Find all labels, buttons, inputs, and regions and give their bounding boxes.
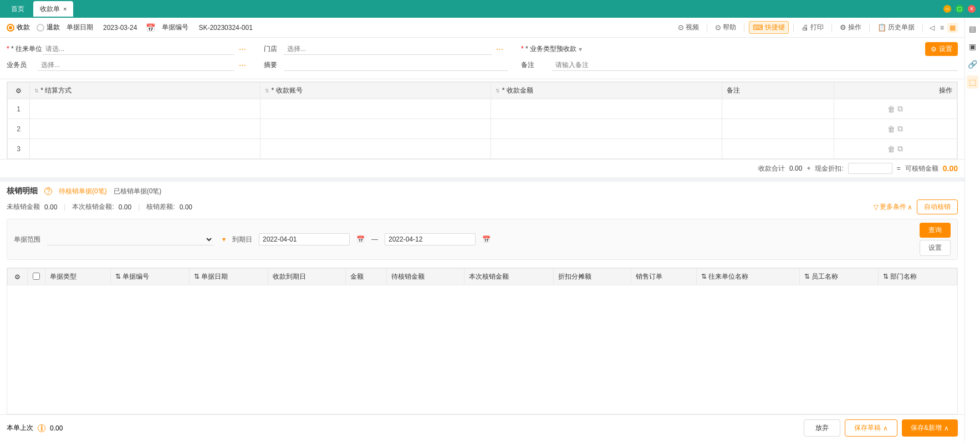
settings-button[interactable]: ⚙ 设置 xyxy=(925,42,958,56)
account-col-header[interactable]: ⇅ * 收款账号 xyxy=(261,83,491,99)
settlement-cell-1[interactable] xyxy=(30,99,261,119)
save-new-label: 保存&新增 xyxy=(911,423,942,433)
minimize-button[interactable]: − xyxy=(943,5,951,13)
video-button[interactable]: ⊙ 视频 xyxy=(675,22,702,33)
amount-col-header[interactable]: ⇅ * 收款金额 xyxy=(491,83,722,99)
history-button[interactable]: 📋 历史单据 xyxy=(874,22,918,33)
store-more-btn[interactable]: ··· xyxy=(496,44,503,54)
pending-amount-col-header[interactable]: 待核销金额 xyxy=(387,269,465,285)
save-new-button[interactable]: 保存&新增 ∧ xyxy=(902,419,958,437)
close-button[interactable]: × xyxy=(968,5,976,13)
more-conditions-label: 更多条件 xyxy=(880,202,906,212)
remark-input[interactable] xyxy=(552,59,958,71)
counterpart-input[interactable] xyxy=(42,43,234,55)
draft-button[interactable]: 保存草稿 ∧ xyxy=(845,419,897,437)
settlement-col-header[interactable]: ⇅ * 结算方式 xyxy=(30,83,261,99)
range-select[interactable] xyxy=(47,234,213,245)
amount-cell-2[interactable] xyxy=(491,119,722,139)
sidebar-link-icon[interactable]: 🔗 xyxy=(966,58,979,71)
receipt-date-col-header[interactable]: 收款到期日 xyxy=(268,269,346,285)
salesperson-input[interactable] xyxy=(38,59,234,71)
account-cell-1[interactable] xyxy=(261,99,491,119)
layout-prev[interactable]: ◁ xyxy=(927,23,937,33)
remark-cell-3[interactable] xyxy=(722,139,834,159)
tab-receipt-label: 收款单 xyxy=(40,4,60,14)
account-cell-2[interactable] xyxy=(261,119,491,139)
account-cell-3[interactable] xyxy=(261,139,491,159)
summary-field: 摘要 xyxy=(264,59,508,71)
copy-icon-2[interactable]: ⧉ xyxy=(897,124,903,134)
print-button[interactable]: 🖨 打印 xyxy=(798,22,827,33)
settlement-cell-3[interactable] xyxy=(30,139,261,159)
calendar-to-icon[interactable]: 📅 xyxy=(482,235,491,243)
delete-icon-3[interactable]: 🗑 xyxy=(887,145,895,153)
form-row-2: 业务员 ··· 摘要 备注 xyxy=(7,59,958,71)
layout-grid[interactable]: ▦ xyxy=(947,23,958,33)
amount-cell-3[interactable] xyxy=(491,139,722,159)
maximize-button[interactable]: □ xyxy=(956,5,963,13)
done-link[interactable]: 已核销单据(0笔) xyxy=(114,187,162,196)
number-field: 单据编号 SK-20230324-001 xyxy=(162,23,252,32)
range-chevron-icon[interactable]: ▾ xyxy=(222,235,226,243)
tab-receipt-close[interactable]: × xyxy=(63,6,67,12)
query-label: 查询 xyxy=(928,226,942,234)
carry-info-icon[interactable]: ℹ xyxy=(38,424,45,432)
radio-income[interactable]: 收款 xyxy=(7,23,30,32)
dept-col-header[interactable]: ⇅ 部门名称 xyxy=(878,269,957,285)
copy-icon-3[interactable]: ⧉ xyxy=(897,144,903,153)
date-to-input[interactable] xyxy=(385,233,476,245)
layout-list[interactable]: ≡ xyxy=(938,23,946,33)
chevron-up-icon: ∧ xyxy=(907,203,912,211)
settlement-cell-2[interactable] xyxy=(30,119,261,139)
sidebar-grid-icon[interactable]: ▣ xyxy=(967,40,978,53)
discard-button[interactable]: 放弃 xyxy=(804,419,840,437)
doc-number-col-header[interactable]: ⇅ 单据编号 xyxy=(110,269,189,285)
remark-cell-2[interactable] xyxy=(722,119,834,139)
nuclear-settings-button[interactable]: 设置 xyxy=(920,240,951,256)
remark-col-header[interactable]: 备注 xyxy=(722,83,834,99)
employee-col-header[interactable]: ⇅ 员工名称 xyxy=(799,269,878,285)
pending-link[interactable]: 待核销单据(0笔) xyxy=(59,187,107,196)
sidebar-table-icon[interactable]: ▤ xyxy=(967,22,978,35)
doc-date-col-header[interactable]: ⇅ 单据日期 xyxy=(190,269,268,285)
discount-input[interactable] xyxy=(848,163,892,174)
salesperson-more-btn[interactable]: ··· xyxy=(239,60,246,70)
sales-order-col-header[interactable]: 销售订单 xyxy=(631,269,697,285)
remark-cell-1[interactable] xyxy=(722,99,834,119)
counterpart-col-header[interactable]: ⇅ 往来单位名称 xyxy=(696,269,799,285)
gear-col-header[interactable]: ⚙ xyxy=(8,83,30,99)
calendar-from-icon[interactable]: 📅 xyxy=(356,235,365,243)
chevron-down-icon[interactable]: ▾ xyxy=(579,45,582,53)
amount-cell-1[interactable] xyxy=(491,99,722,119)
doc-type-col-header[interactable]: 单据类型 xyxy=(45,269,111,285)
summary-input[interactable] xyxy=(284,59,508,71)
shortcut-button[interactable]: ⌨ 快捷键 xyxy=(749,21,789,34)
amount-col-header2[interactable]: 金额 xyxy=(345,269,386,285)
help-button[interactable]: ⊙ 帮助 xyxy=(712,22,739,33)
discount-col-header[interactable]: 折扣分摊额 xyxy=(554,269,631,285)
radio-refund-label: 退款 xyxy=(47,23,60,32)
delete-icon-1[interactable]: 🗑 xyxy=(887,105,895,114)
counterpart-more-btn[interactable]: ··· xyxy=(239,44,246,54)
business-type-selector[interactable]: 预收款 ▾ xyxy=(557,44,925,54)
radio-refund[interactable]: 退款 xyxy=(37,23,60,32)
help-circle-icon[interactable]: ? xyxy=(44,187,52,195)
copy-icon-1[interactable]: ⧉ xyxy=(897,104,903,114)
store-input[interactable] xyxy=(284,43,492,55)
tab-home[interactable]: 首页 xyxy=(4,1,31,17)
select-all-checkbox[interactable] xyxy=(33,273,40,280)
operation-button[interactable]: ⚙ 操作 xyxy=(836,22,865,33)
help-icon: ⊙ xyxy=(715,23,721,32)
tab-receipt[interactable]: 收款单 × xyxy=(33,1,73,17)
date-from-input[interactable] xyxy=(259,233,350,245)
more-conditions-btn[interactable]: ▽ 更多条件 ∧ xyxy=(874,202,912,212)
row-num-1: 1 xyxy=(8,99,30,119)
query-button[interactable]: 查询 xyxy=(920,223,951,238)
auto-offset-button[interactable]: 自动核销 xyxy=(917,199,958,214)
bottom-checkbox-col[interactable] xyxy=(28,269,45,285)
bottom-gear-col[interactable]: ⚙ xyxy=(8,269,28,285)
delete-icon-2[interactable]: 🗑 xyxy=(887,125,895,134)
calendar-icon[interactable]: 📅 xyxy=(146,23,155,32)
sidebar-expand-icon[interactable]: ⬚ xyxy=(967,75,978,89)
current-amount-col-header[interactable]: 本次核销金额 xyxy=(464,269,553,285)
